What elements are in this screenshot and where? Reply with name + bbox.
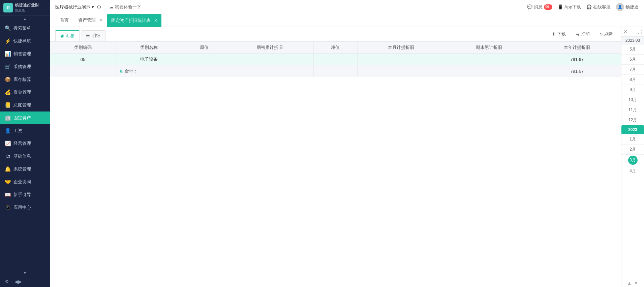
date-item-11[interactable]: 11月: [621, 105, 644, 115]
summary-icon: ◉: [60, 33, 64, 38]
date-prev-btn[interactable]: ▲: [627, 280, 632, 286]
main-area: 医疗器械行业演示 ▾ ⚙ ☁ 我要体验一下 💬 消息 99+ 📱 App下载 🎧…: [50, 0, 644, 287]
fixed-assets-icon: 🏢: [5, 115, 11, 121]
sidebar-logo: 财 畅捷通好业财 普及版: [0, 0, 50, 16]
ledger-icon: 📒: [5, 102, 11, 108]
sidebar-item-label: 采购管理: [13, 64, 31, 70]
date-next-btn[interactable]: ▼: [634, 280, 639, 286]
col-header-name: 类别名称: [116, 42, 182, 54]
sidebar-item-purchase[interactable]: 🛒 采购管理: [0, 60, 50, 73]
sub-tab-summary[interactable]: ◉ 汇总: [55, 30, 80, 41]
date-item-7[interactable]: 7月: [621, 65, 644, 75]
tab-fixed-asset-depreciation[interactable]: 固定资产折旧统计表 ✕: [107, 14, 161, 27]
sub-tab-detail-label: 明细: [92, 33, 100, 39]
col-header-monthly-dep: 本月计提折旧: [357, 42, 445, 54]
date-nav: ▲ ▼: [621, 279, 644, 287]
col-header-code: 类别编码: [50, 42, 116, 54]
sidebar-item-ops[interactable]: 📈 经营管理: [0, 137, 50, 150]
sidebar-item-capital[interactable]: 💰 资金管理: [0, 86, 50, 99]
date-current-period: 2023.03: [621, 37, 644, 44]
customer-service-btn[interactable]: 🎧 在线客服: [586, 4, 611, 10]
download-icon: ⬇: [552, 32, 556, 37]
sidebar-item-system[interactable]: 🔔 系统管理: [0, 163, 50, 176]
sidebar-item-label: 库存核算: [13, 76, 31, 83]
sidebar-item-basic-info[interactable]: 🗂 基础信息: [0, 150, 50, 163]
date-item-1[interactable]: 1月: [621, 134, 644, 145]
date-panel-expand-btn[interactable]: ⛶: [638, 29, 642, 34]
print-label: 打印: [581, 31, 590, 37]
col-header-net-value: 净值: [314, 42, 357, 54]
sidebar-nav: 🔍 搜索菜单 ⚡ 快捷导航 📊 销售管理 🛒 采购管理 📦 库存核算 💰 资金管…: [0, 22, 50, 270]
date-panel-header: ✕ ⛶: [621, 27, 644, 37]
col-header-end-accum: 期末累计折旧: [445, 42, 533, 54]
col-header-original-value: 原值: [182, 42, 226, 54]
sidebar-item-enterprise[interactable]: 🤝 企业协同: [0, 176, 50, 188]
refresh-btn[interactable]: ↻ 刷新: [596, 30, 616, 38]
scroll-down-arrow[interactable]: ▼: [0, 270, 50, 276]
sub-tab-detail[interactable]: ☰ 明细: [81, 30, 105, 41]
capital-icon: 💰: [5, 89, 11, 95]
company-dropdown-icon: ▾: [92, 4, 94, 9]
experience-btn[interactable]: ☁ 我要体验一下: [109, 4, 141, 10]
date-item-9[interactable]: 9月: [621, 85, 644, 95]
sidebar-item-label: 销售管理: [13, 51, 31, 57]
date-item-12[interactable]: 12月: [621, 115, 644, 125]
sidebar-item-quick-nav[interactable]: ⚡ 快捷导航: [0, 35, 50, 47]
inventory-icon: 📦: [5, 76, 11, 83]
company-selector[interactable]: 医疗器械行业演示 ▾: [55, 4, 94, 10]
date-panel: ✕ ⛶ 2023.03 5月 6月 7月 8月 9月 10月 11月 12月 2…: [621, 27, 644, 287]
sidebar-item-inventory[interactable]: 📦 库存核算: [0, 73, 50, 86]
sidebar-item-ledger[interactable]: 📒 总账管理: [0, 99, 50, 111]
date-item-10[interactable]: 10月: [621, 95, 644, 105]
sidebar-item-sales[interactable]: 📊 销售管理: [0, 47, 50, 60]
sidebar-item-guide[interactable]: 📖 新手引导: [0, 188, 50, 201]
user-profile-btn[interactable]: 👤 畅捷通: [616, 3, 639, 11]
customer-service-icon: 🎧: [586, 4, 592, 9]
print-btn[interactable]: 🖨 打印: [573, 30, 592, 38]
app-download-label: App下载: [564, 4, 581, 10]
date-item-5[interactable]: 5月: [621, 44, 644, 55]
date-panel-close-btn[interactable]: ✕: [623, 29, 627, 34]
message-label: 消息: [534, 4, 543, 10]
subtotal-original-value: [182, 65, 226, 77]
sidebar-item-label: 总账管理: [13, 102, 31, 108]
date-year-node[interactable]: 2023: [621, 125, 644, 134]
scroll-up-arrow[interactable]: ▲: [0, 16, 50, 22]
tabs-bar: 首页 资产管理 ✕ 固定资产折旧统计表 ✕: [50, 14, 644, 27]
tab-asset-mgmt-close-icon[interactable]: ✕: [99, 18, 102, 23]
subtotal-annual-dep: 791.67: [533, 65, 621, 77]
app-download-btn[interactable]: 📱 App下载: [558, 4, 581, 10]
subtotal-end-accum: [445, 65, 533, 77]
company-name: 医疗器械行业演示: [55, 4, 90, 10]
sidebar-item-fixed-assets[interactable]: 🏢 固定资产: [0, 111, 50, 124]
main-panel: ◉ 汇总 ☰ 明细 ⬇ 下载 🖨 打印: [50, 27, 621, 287]
col-header-annual-dep: 本年计提折旧: [533, 42, 621, 54]
purchase-icon: 🛒: [5, 64, 11, 70]
date-item-6[interactable]: 6月: [621, 55, 644, 65]
sidebar-item-label: 系统管理: [13, 166, 31, 172]
sidebar-item-label: 固定资产: [13, 115, 31, 121]
date-item-8[interactable]: 8月: [621, 75, 644, 85]
table-row: 05 电子设备 791.67: [50, 54, 621, 65]
tab-fixed-asset-close-icon[interactable]: ✕: [154, 18, 157, 23]
download-btn[interactable]: ⬇ 下载: [549, 30, 569, 38]
date-item-3-active[interactable]: 3月: [628, 156, 638, 165]
messages-btn[interactable]: 💬 消息 99+: [527, 4, 552, 10]
sum-icon: ⊞: [120, 69, 123, 73]
sidebar-item-search[interactable]: 🔍 搜索菜单: [0, 22, 50, 35]
message-icon: 💬: [527, 4, 532, 9]
tab-asset-mgmt[interactable]: 资产管理 ✕: [73, 14, 107, 27]
enterprise-icon: 🤝: [5, 179, 11, 185]
sub-tab-summary-label: 汇总: [66, 33, 74, 39]
sidebar-item-app-center[interactable]: 📱 应用中心: [0, 201, 50, 214]
tab-home[interactable]: 首页: [55, 14, 73, 27]
date-item-2[interactable]: 2月: [621, 145, 644, 155]
collapse-icon[interactable]: ◀▶: [14, 279, 22, 284]
date-item-4[interactable]: 4月: [621, 166, 644, 176]
content-area: ◉ 汇总 ☰ 明细 ⬇ 下载 🖨 打印: [50, 27, 644, 287]
sidebar-item-payroll[interactable]: 👤 工资: [0, 124, 50, 137]
company-settings-icon[interactable]: ⚙: [97, 4, 101, 10]
settings-icon[interactable]: ⚙: [5, 279, 9, 284]
row-name: 电子设备: [116, 54, 182, 65]
refresh-label: 刷新: [604, 31, 613, 37]
